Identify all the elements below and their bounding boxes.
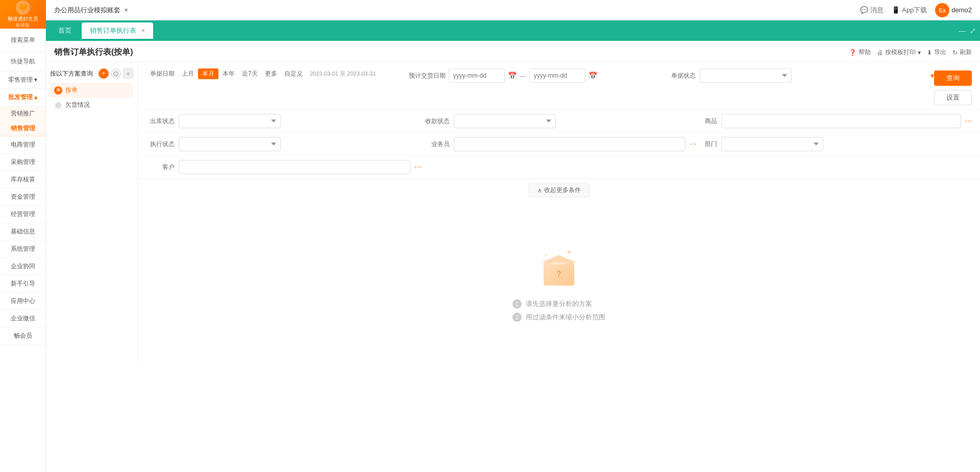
department-select[interactable] [721, 137, 823, 151]
custom-date-btn[interactable]: 自定义 [281, 68, 306, 79]
print-btn[interactable]: 🖨 按模板打印 ▾ [877, 48, 921, 57]
receipt-status-select-wrap [454, 114, 696, 128]
last-month-btn[interactable]: 上月 [179, 68, 197, 79]
sidebar-item-wholesale[interactable]: 批发管理 ▴ [0, 89, 45, 106]
collapse-more-btn[interactable]: ∧ 收起更多条件 [529, 183, 590, 197]
topbar-breadcrumb[interactable]: 办公用品行业模拟账套 [54, 6, 120, 15]
sidebar-item-sales[interactable]: 销售管理 [0, 121, 45, 136]
date-label: 单据日期 [146, 69, 175, 78]
expected-date-end-input[interactable] [529, 68, 585, 83]
plan-sub-circle-icon [56, 103, 60, 107]
sidebar-item-inventory[interactable]: 库存核算 [0, 171, 45, 188]
settings-btn[interactable]: 设置 [934, 90, 972, 105]
plan-label-order: 按单 [65, 86, 78, 95]
tip-num-1: 1 [512, 299, 522, 309]
salesperson-input[interactable] [454, 137, 685, 151]
topbar: 办公用品行业模拟账套 ▾ 💬 消息 📱 App下载 Ea demo2 [46, 0, 980, 20]
export-btn[interactable]: ⬇ 导出 [927, 48, 946, 57]
help-icon: ❓ [849, 49, 856, 56]
receipt-status-select[interactable] [454, 114, 556, 128]
add-plan-btn[interactable]: + [99, 68, 109, 79]
help-btn[interactable]: ❓ 帮助 [849, 48, 871, 57]
tab-minimize-btn[interactable]: — [959, 27, 966, 35]
export-icon: ⬇ [927, 49, 932, 56]
doc-status-dropdown-icon[interactable]: ▾ [930, 72, 934, 80]
out-status-select-wrap [179, 114, 421, 128]
plan-item-by-order[interactable]: 单 按单 [50, 83, 133, 98]
filter-execstatus-field: 执行状态 [146, 137, 421, 151]
customer-more-icon[interactable]: ··· [414, 162, 421, 172]
tip-num-2: 2 [512, 313, 522, 322]
sidebar-item-basics[interactable]: 基础信息 [0, 223, 45, 241]
salesperson-label: 业务员 [421, 140, 450, 149]
filter-content-area: 单据日期 上月 本月 本年 近7天 更多 自定义 2023-03-01 至 20… [138, 62, 980, 363]
tab-sales-exec-label: 销售订单执行表 [90, 26, 136, 35]
tabs-right-actions: — ⤢ [959, 27, 976, 35]
empty-tips: 1 请先选择要分析的方案 2 用过滤条件来缩小分析范围 [512, 299, 605, 322]
filter-date-field: 单据日期 上月 本月 本年 近7天 更多 自定义 2023-03-01 至 20… [146, 68, 409, 79]
date-range-display: 2023-03-01 至 2023-03-31 [310, 70, 376, 78]
refresh-btn[interactable]: ↻ 刷新 [952, 48, 972, 57]
out-status-select[interactable] [179, 114, 281, 128]
date-calendar-icon-1[interactable]: 📅 [508, 72, 517, 80]
plan-item-shortage[interactable]: 欠货情况 [50, 98, 133, 112]
doc-status-select[interactable] [700, 68, 792, 83]
goods-more-icon[interactable]: ··· [965, 116, 972, 126]
sidebar-item-purchase[interactable]: 采购管理 [0, 154, 45, 171]
sidebar-quicknav-label[interactable]: 快捷导航 [0, 54, 45, 69]
sidebar-quicknav-section: 快捷导航 [0, 52, 45, 72]
topbar-breadcrumb-icon[interactable]: ▾ [125, 6, 128, 14]
print-dropdown-icon[interactable]: ▾ [918, 49, 921, 56]
svg-point-2 [568, 251, 571, 254]
filter-customer-field: 客户 ··· [146, 160, 421, 174]
more-date-btn[interactable]: 更多 [262, 68, 280, 79]
filter-sidebar-actions: + ⊙ « [99, 68, 133, 79]
sidebar-item-enterprise[interactable]: 企业协同 [0, 258, 45, 275]
goods-input[interactable] [721, 114, 961, 128]
refresh-icon: ↻ [952, 49, 958, 56]
sidebar-item-member[interactable]: 畅会员 [0, 327, 45, 345]
out-status-label: 出库状态 [146, 117, 175, 126]
app-logo[interactable]: 🧡 畅捷通好生意 标准版 [0, 0, 46, 29]
collapse-sidebar-btn[interactable]: « [123, 68, 133, 79]
sidebar-search-section: 搜索菜单 [0, 29, 45, 52]
topbar-right: 💬 消息 📱 App下载 Ea demo2 [860, 3, 972, 17]
sidebar: 🧡 畅捷通好生意 标准版 搜索菜单 快捷导航 零售管理 ▾ 批发管理 ▴ 营销推… [0, 0, 46, 472]
sidebar-item-operations[interactable]: 经营管理 [0, 206, 45, 223]
filter-outstatus-field: 出库状态 [146, 114, 421, 128]
svg-text:?: ? [556, 270, 561, 278]
current-year-btn[interactable]: 本年 [219, 68, 238, 79]
sidebar-item-wechat[interactable]: 企业微信 [0, 310, 45, 327]
empty-illustration: ? [533, 242, 584, 293]
sidebar-search-label[interactable]: 搜索菜单 [0, 33, 45, 48]
sidebar-item-ecommerce[interactable]: 电商管理 [0, 136, 45, 154]
filter-row-3: 执行状态 业务员 ··· 部门 [138, 133, 980, 156]
customer-input[interactable] [179, 160, 410, 174]
sidebar-item-newbie[interactable]: 新手引导 [0, 275, 45, 293]
last7days-btn[interactable]: 近7天 [239, 68, 261, 79]
topbar-appdownload-btn[interactable]: 📱 App下载 [892, 6, 927, 15]
salesperson-more-icon[interactable]: ··· [690, 139, 696, 149]
sidebar-item-marketing[interactable]: 营销推广 [0, 106, 45, 121]
topbar-user[interactable]: Ea demo2 [935, 3, 972, 17]
filter-department-field: 部门 [697, 137, 972, 151]
tab-close-icon[interactable]: × [141, 27, 145, 34]
copy-plan-btn[interactable]: ⊙ [111, 68, 121, 79]
expected-date-start-input[interactable] [449, 68, 505, 83]
sidebar-item-finance[interactable]: 资金管理 [0, 188, 45, 206]
tab-sales-exec[interactable]: 销售订单执行表 × [82, 22, 153, 39]
sidebar-item-system[interactable]: 系统管理 [0, 241, 45, 258]
customer-label: 客户 [146, 163, 175, 172]
tab-maximize-btn[interactable]: ⤢ [970, 27, 976, 35]
filter-salesperson-field: 业务员 ··· [421, 137, 696, 151]
current-month-btn[interactable]: 本月 [198, 68, 218, 79]
doc-status-select-wrap [700, 68, 926, 83]
empty-tip-2: 2 用过滤条件来缩小分析范围 [512, 313, 605, 322]
topbar-message-btn[interactable]: 💬 消息 [860, 6, 884, 15]
sidebar-item-appcenter[interactable]: 应用中心 [0, 293, 45, 310]
sidebar-item-retail[interactable]: 零售管理 ▾ [0, 72, 45, 89]
exec-status-select[interactable] [179, 137, 281, 151]
query-btn[interactable]: 查询 [934, 70, 972, 86]
date-calendar-icon-2[interactable]: 📅 [589, 72, 597, 80]
tab-home[interactable]: 首页 [50, 22, 80, 39]
